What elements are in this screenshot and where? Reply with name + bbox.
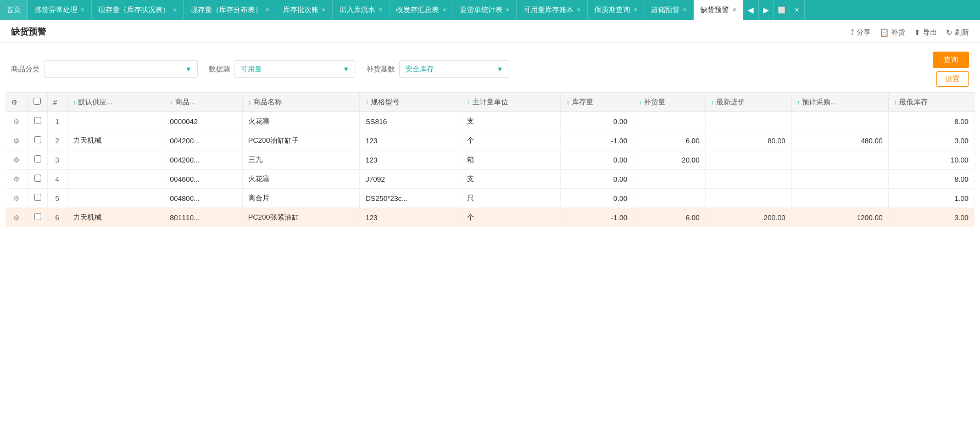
tab-9-close[interactable]: ×	[633, 6, 637, 14]
row-replenish-qty	[633, 170, 705, 189]
col-replenish-qty[interactable]: ↕ 补货量	[633, 93, 705, 112]
tab-11[interactable]: 缺货预警 ×	[694, 0, 743, 20]
row-min-stock: 8.00	[888, 112, 974, 131]
tab-restore-button[interactable]: ⬜	[774, 0, 789, 20]
row-checkbox[interactable]	[34, 155, 41, 163]
tab-1[interactable]: 拣货异常处理 ×	[28, 0, 92, 20]
row-number: 5	[47, 189, 67, 208]
col-product-name[interactable]: ↕ 商品名称	[242, 93, 360, 112]
tab-4[interactable]: 库存批次账 ×	[276, 0, 333, 20]
row-checkbox[interactable]	[34, 194, 41, 201]
tab-8-close[interactable]: ×	[577, 6, 581, 14]
replenish-select[interactable]: 安全库存 ▼	[399, 60, 509, 78]
replenish-filter-group: 补货基数 安全库存 ▼	[366, 60, 509, 78]
refresh-button[interactable]: ↻ 刷新	[946, 27, 969, 37]
row-checkbox[interactable]	[34, 136, 41, 143]
col-unit[interactable]: ↕ 主计量单位	[461, 93, 561, 112]
tab-6[interactable]: 收发存汇总表 ×	[389, 0, 453, 20]
export-button[interactable]: ⬆ 导出	[914, 27, 937, 37]
row-latest-price	[705, 170, 791, 189]
col-product-code[interactable]: ↕ 商品...	[164, 93, 242, 112]
row-checkbox[interactable]	[34, 117, 41, 124]
tab-6-close[interactable]: ×	[442, 6, 446, 14]
row-product-name: 三九	[242, 150, 360, 170]
export-icon: ⬆	[914, 28, 921, 37]
tab-5-close[interactable]: ×	[378, 6, 382, 14]
row-supplier: 力天机械	[67, 208, 164, 227]
col-spec[interactable]: ↕ 规格型号	[360, 93, 461, 112]
tab-10[interactable]: 超储预警 ×	[644, 0, 694, 20]
category-select[interactable]: ▼	[44, 60, 198, 78]
replenish-button[interactable]: 📋 补货	[879, 27, 905, 37]
tab-2[interactable]: 现存量（库存状况表） ×	[92, 0, 184, 20]
row-checkbox-cell[interactable]	[27, 189, 47, 208]
tab-next-button[interactable]: ▶	[759, 0, 774, 20]
select-all-checkbox[interactable]	[34, 98, 41, 105]
tab-3[interactable]: 现存量（库存分布表） ×	[184, 0, 276, 20]
table-row: ⚙ 6 力天机械 801110... PC200张紧油缸 123 个 -1.00…	[5, 208, 975, 227]
data-table: ⚙ # ↕ 默认供应... ↕	[5, 92, 975, 227]
category-filter-group: 商品分类 ▼	[11, 60, 198, 78]
col-min-stock[interactable]: ↕ 最低库存	[888, 93, 974, 112]
row-unit: 只	[461, 189, 561, 208]
col-gear[interactable]: ⚙	[5, 93, 27, 112]
tab-5[interactable]: 出入库流水 ×	[333, 0, 389, 20]
sort-est-icon: ↕	[797, 99, 800, 105]
settings-button[interactable]: 设置	[936, 71, 969, 87]
row-gear-icon: ⚙	[13, 156, 20, 164]
replenish-select-value: 安全库存	[405, 64, 434, 74]
row-gear-cell[interactable]: ⚙	[5, 208, 27, 227]
tab-11-close[interactable]: ×	[732, 6, 736, 14]
filter-area: 商品分类 ▼ 数据源 可用量 ▼ 补货基数 安全库存 ▼ 查询 设置	[0, 43, 980, 92]
tab-home[interactable]: 首页	[0, 0, 28, 20]
query-button[interactable]: 查询	[933, 52, 969, 68]
tab-1-close[interactable]: ×	[81, 6, 85, 14]
row-gear-cell[interactable]: ⚙	[5, 170, 27, 189]
row-checkbox-cell[interactable]	[27, 208, 47, 227]
row-checkbox-cell[interactable]	[27, 170, 47, 189]
tab-close-all-button[interactable]: ×	[789, 0, 805, 20]
row-gear-cell[interactable]: ⚙	[5, 189, 27, 208]
row-gear-cell[interactable]: ⚙	[5, 131, 27, 150]
row-est-purchase	[791, 150, 888, 170]
row-min-stock: 8.00	[888, 170, 974, 189]
tab-3-close[interactable]: ×	[265, 6, 269, 14]
tab-8[interactable]: 可用量库存账本 ×	[517, 0, 588, 20]
share-button[interactable]: ⤴ 分享	[850, 27, 871, 37]
tab-7[interactable]: 要货单统计表 ×	[453, 0, 517, 20]
row-stock: 0.00	[561, 150, 633, 170]
category-arrow-icon: ▼	[185, 65, 192, 73]
col-checkbox[interactable]	[27, 93, 47, 112]
row-checkbox-cell[interactable]	[27, 150, 47, 170]
tab-prev-button[interactable]: ◀	[743, 0, 759, 20]
row-spec: 123	[360, 208, 461, 227]
col-stock[interactable]: ↕ 库存量	[561, 93, 633, 112]
tab-9[interactable]: 保质期查询 ×	[588, 0, 644, 20]
sort-name-icon: ↕	[248, 99, 252, 105]
tab-7-close[interactable]: ×	[506, 6, 510, 14]
row-spec: SS816	[360, 112, 461, 131]
filter-right-buttons: 查询 设置	[933, 52, 969, 87]
col-supplier[interactable]: ↕ 默认供应...	[67, 93, 164, 112]
sort-stock-icon: ↕	[566, 99, 570, 105]
col-latest-price[interactable]: ↕ 最新进价	[705, 93, 791, 112]
row-gear-cell[interactable]: ⚙	[5, 112, 27, 131]
row-gear-cell[interactable]: ⚙	[5, 150, 27, 170]
tab-4-close[interactable]: ×	[322, 6, 326, 14]
tab-10-close[interactable]: ×	[683, 6, 687, 14]
refresh-icon: ↻	[946, 28, 953, 37]
row-checkbox[interactable]	[34, 213, 41, 220]
page-title: 缺货预警	[11, 26, 46, 38]
col-est-purchase[interactable]: ↕ 预计采购...	[791, 93, 888, 112]
datasource-select[interactable]: 可用量 ▼	[235, 60, 355, 78]
row-gear-icon: ⚙	[13, 137, 20, 145]
row-checkbox-cell[interactable]	[27, 131, 47, 150]
table-row: ⚙ 1 0000042 火花塞 SS816 支 0.00 8.00	[5, 112, 975, 131]
row-gear-icon: ⚙	[13, 194, 20, 203]
tab-2-close[interactable]: ×	[173, 6, 177, 14]
row-spec: 123	[360, 131, 461, 150]
row-checkbox-cell[interactable]	[27, 112, 47, 131]
row-product-code: 004200...	[164, 131, 242, 150]
row-number: 4	[47, 170, 67, 189]
row-checkbox[interactable]	[34, 175, 41, 182]
